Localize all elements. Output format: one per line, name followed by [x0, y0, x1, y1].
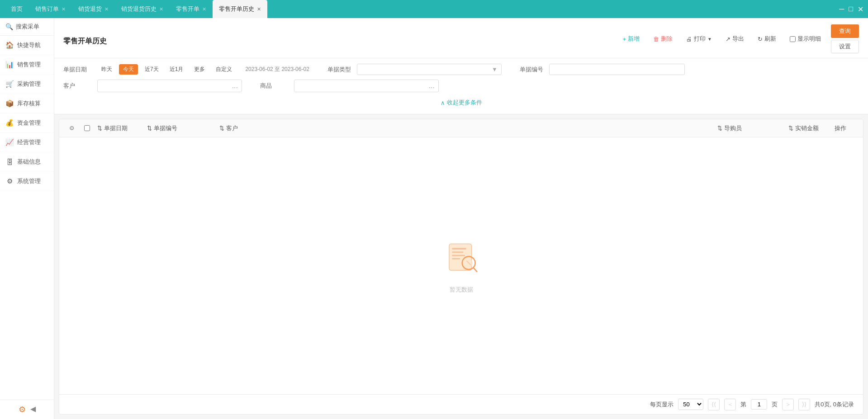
collapse-button[interactable]: ∧ 收起更多条件: [441, 97, 482, 108]
empty-illustration: [441, 238, 482, 278]
sidebar-item-inventory[interactable]: 📦 库存核算: [0, 94, 54, 113]
page-size-select[interactable]: 50 10 20 100: [678, 399, 703, 410]
sidebar-item-sys-mgmt[interactable]: ⚙ 系统管理: [0, 172, 54, 191]
data-table-wrapper: ⚙ ⇅ 单据日期 ⇅ 单据编号 ⇅ 客户 ⇅ 导购员: [59, 119, 863, 414]
delete-button[interactable]: 🗑 删除: [650, 33, 676, 45]
page-header: 零售开单历史 + 新增 🗑 删除 🖨 打印 ▼ ↗ 导出: [54, 18, 868, 58]
prev-page-button[interactable]: ＜: [724, 399, 736, 410]
last-page-button[interactable]: ⟩⟩: [798, 399, 810, 410]
sidebar-item-finance[interactable]: 💰 资金管理: [0, 113, 54, 133]
cart-icon: 🛒: [5, 80, 14, 88]
date-btn-yesterday[interactable]: 昨天: [97, 64, 116, 75]
sidebar-item-sales-mgmt[interactable]: 📊 销售管理: [0, 55, 54, 75]
trash-icon: 🗑: [653, 36, 659, 42]
print-button[interactable]: 🖨 打印 ▼: [683, 33, 716, 45]
collapse-up-icon: ∧: [441, 99, 445, 106]
top-tab-bar: 首页 销售订单 ✕ 销货退货 ✕ 销货退货历史 ✕ 零售开单 ✕ 零售开单历史 …: [0, 0, 868, 18]
sidebar-item-biz-mgmt[interactable]: 📈 经营管理: [0, 133, 54, 152]
tab-close-sales-order[interactable]: ✕: [62, 6, 66, 12]
query-button[interactable]: 查询: [831, 24, 859, 38]
th-sno[interactable]: ⇅ 单据编号: [143, 124, 216, 132]
svg-rect-1: [452, 248, 466, 250]
select-all-checkbox[interactable]: [84, 125, 90, 131]
customer-ellipsis-icon[interactable]: ...: [232, 82, 238, 90]
empty-text: 暂无数据: [450, 286, 473, 294]
filter-area: 单据日期 昨天 今天 近7天 近1月 更多 自定义 2023-06-02 至 2…: [54, 58, 868, 114]
collapse-sidebar-icon[interactable]: ◀: [30, 405, 36, 414]
settings-bottom-icon[interactable]: ⚙: [19, 405, 26, 414]
th-action: 操作: [822, 124, 859, 132]
doc-type-label: 单据类型: [327, 66, 352, 74]
th-date[interactable]: ⇅ 单据日期: [94, 124, 143, 132]
display-detail-checkbox[interactable]: [790, 36, 796, 42]
box-icon: 📦: [5, 99, 14, 108]
doc-no-input[interactable]: [549, 64, 685, 75]
main-layout: 🔍 搜索采单 🏠 快捷导航 📊 销售管理 🛒 采购管理 📦 库存核算 💰 资金管…: [0, 18, 868, 419]
sidebar-item-purchase-mgmt[interactable]: 🛒 采购管理: [0, 75, 54, 94]
svg-line-7: [473, 268, 477, 272]
th-customer[interactable]: ⇅ 客户: [216, 124, 714, 132]
database-icon: 🗄: [5, 158, 14, 166]
next-page-button[interactable]: ＞: [782, 399, 794, 410]
goods-ellipsis-icon[interactable]: ...: [429, 82, 435, 90]
date-range-display: 2023-06-02 至 2023-06-02: [245, 66, 309, 73]
date-btn-last7[interactable]: 近7天: [141, 64, 163, 75]
svg-rect-4: [452, 258, 460, 259]
add-button[interactable]: + 新增: [619, 33, 644, 45]
table-select-all[interactable]: [80, 125, 94, 131]
refresh-icon: ↻: [758, 36, 763, 42]
tab-sales-order[interactable]: 销售订单 ✕: [29, 0, 72, 18]
settings-button[interactable]: 设置: [831, 40, 859, 53]
display-detail-button[interactable]: 显示明细: [786, 33, 825, 45]
date-filter-label: 单据日期: [63, 66, 88, 74]
tab-close-sales-return[interactable]: ✕: [104, 6, 109, 12]
chevron-down-icon: ▼: [492, 66, 498, 73]
tab-close-retail-open-history[interactable]: ✕: [257, 6, 261, 12]
th-amount[interactable]: ⇅ 实销金额: [768, 124, 822, 132]
date-btn-last1m[interactable]: 近1月: [166, 64, 188, 75]
print-arrow-icon: ▼: [707, 37, 712, 42]
date-btn-custom[interactable]: 自定义: [212, 64, 236, 75]
page-label-after: 页: [772, 400, 778, 409]
date-btn-more[interactable]: 更多: [190, 64, 209, 75]
sidebar-search[interactable]: 🔍 搜索采单: [0, 18, 54, 36]
customer-input-area[interactable]: ...: [97, 80, 242, 92]
chart-icon: 📊: [5, 61, 14, 69]
search-icon: 🔍: [5, 23, 13, 30]
tab-retail-open-history[interactable]: 零售开单历史 ✕: [213, 0, 267, 18]
tab-sales-return-history[interactable]: 销货退货历史 ✕: [115, 0, 170, 18]
sidebar-item-base-info[interactable]: 🗄 基础信息: [0, 152, 54, 172]
tab-close-retail-open[interactable]: ✕: [202, 6, 206, 12]
tab-retail-open[interactable]: 零售开单 ✕: [170, 0, 213, 18]
table-header: ⚙ ⇅ 单据日期 ⇅ 单据编号 ⇅ 客户 ⇅ 导购员: [59, 119, 863, 137]
refresh-button[interactable]: ↻ 刷新: [754, 33, 780, 45]
customer-input[interactable]: [101, 83, 232, 89]
doc-type-select[interactable]: ▼: [357, 64, 502, 75]
page-number-input[interactable]: [751, 399, 767, 410]
export-button[interactable]: ↗ 导出: [722, 33, 748, 45]
doc-no-label: 单据编号: [520, 66, 545, 74]
tab-sales-return[interactable]: 销货退货 ✕: [72, 0, 115, 18]
tab-close-sales-return-history[interactable]: ✕: [159, 6, 163, 12]
toolbar-actions: + 新增 🗑 删除 🖨 打印 ▼ ↗ 导出 ↻ 刷新: [619, 24, 859, 58]
pagination-bar: 每页显示 50 10 20 100 ⟨⟨ ＜ 第 页 ＞ ⟩⟩ 共0页, 0条记…: [59, 394, 863, 414]
close-icon[interactable]: ✕: [858, 5, 863, 14]
goods-input-area[interactable]: ...: [294, 80, 439, 92]
tab-home[interactable]: 首页: [5, 0, 29, 18]
sidebar: 🔍 搜索采单 🏠 快捷导航 📊 销售管理 🛒 采购管理 📦 库存核算 💰 资金管…: [0, 18, 54, 419]
gear-icon: ⚙: [5, 177, 14, 185]
table-settings-icon[interactable]: ⚙: [64, 125, 80, 132]
minimize-icon[interactable]: ─: [839, 5, 844, 13]
content-pane: 零售开单历史 + 新增 🗑 删除 🖨 打印 ▼ ↗ 导出: [54, 18, 868, 419]
sidebar-bottom: ⚙ ◀: [0, 400, 54, 419]
first-page-button[interactable]: ⟨⟨: [708, 399, 720, 410]
maximize-icon[interactable]: □: [849, 5, 853, 13]
filter-row-1: 单据日期 昨天 今天 近7天 近1月 更多 自定义 2023-06-02 至 2…: [63, 64, 859, 75]
page-label-before: 第: [740, 400, 746, 409]
print-icon: 🖨: [686, 36, 692, 42]
sidebar-item-quick-nav[interactable]: 🏠 快捷导航: [0, 36, 54, 55]
date-btn-today[interactable]: 今天: [119, 64, 138, 75]
page-size-label: 每页显示: [650, 400, 674, 409]
th-guide[interactable]: ⇅ 导购员: [714, 124, 768, 132]
goods-input[interactable]: [298, 83, 429, 89]
